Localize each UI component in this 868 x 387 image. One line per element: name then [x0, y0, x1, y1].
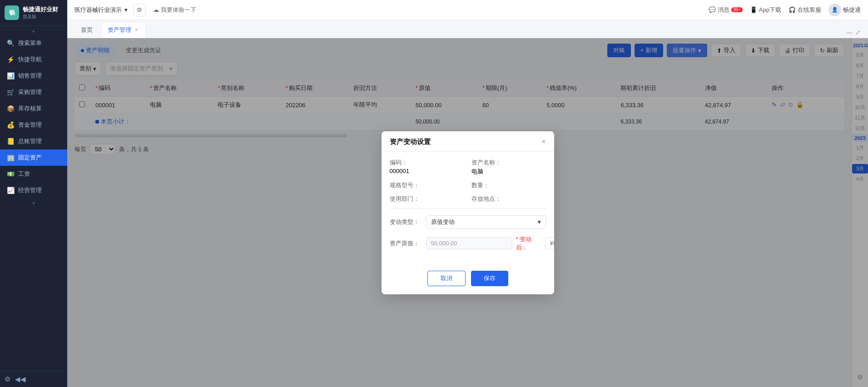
modal-field-dept: 使用部门： — [390, 195, 464, 203]
notification-badge: 99+ — [731, 7, 743, 12]
settings-gear-icon[interactable]: ⚙ — [5, 375, 10, 383]
modal-after-label: * 变动后： — [516, 235, 541, 252]
change-type-value: 原值变动 — [431, 218, 455, 226]
lightning-icon: ⚡ — [6, 56, 15, 63]
sidebar-item-label: 销售管理 — [18, 72, 42, 80]
sidebar-item-ledger[interactable]: 📒 总账管理 — [0, 133, 67, 149]
user-name: 畅捷通 — [843, 6, 861, 14]
money-icon: 💰 — [6, 121, 15, 129]
sidebar: 畅 畅捷通好业财 普及版 ▲ 🔍 搜索菜单 ⚡ 快捷导航 📊 销售管理 🛒 采购… — [0, 0, 67, 387]
sidebar-item-label: 总账管理 — [18, 137, 42, 145]
feedback-button[interactable]: ☁ 我要体验一下 — [153, 6, 196, 14]
modal-asset-name-value: 电脑 — [471, 168, 546, 176]
user-avatar: 👤 — [828, 4, 841, 16]
chart-icon: 📊 — [6, 72, 15, 79]
modal-spec-label: 规格型号： — [390, 181, 464, 189]
building-icon: 🏢 — [6, 154, 15, 161]
modal-form-change-type: 变动类型： 原值变动 ▾ — [390, 215, 546, 229]
content-area: 资产明细 变更生成凭证 对账 + 新增 批量操作 ▾ — [67, 38, 868, 387]
app-title-block: 畅捷通好业财 普及版 — [23, 5, 58, 20]
modal-header: 资产变动设置 × — [382, 131, 554, 151]
settings-button[interactable]: ⚙ — [133, 4, 146, 16]
sidebar-item-payroll[interactable]: 💵 工资 — [0, 166, 67, 182]
company-chevron-icon: ▾ — [124, 6, 128, 13]
topbar-right: 💬 消息 99+ 📱 App下载 🎧 在线客服 👤 畅捷通 — [709, 4, 861, 16]
company-name: 医疗器械行业演示 — [74, 6, 122, 14]
feedback-label: 我要体验一下 — [161, 6, 196, 14]
payroll-icon: 💵 — [6, 170, 15, 178]
sidebar-item-operations[interactable]: 📈 经营管理 — [0, 182, 67, 198]
sidebar-item-label: 快捷导航 — [18, 55, 42, 64]
modal-code-label: 编码： — [390, 159, 464, 167]
sidebar-item-label: 资金管理 — [18, 121, 42, 129]
bell-icon: 💬 — [709, 6, 716, 13]
modal-body: 编码： 000001 资产名称： 电脑 规格型号： 数量： — [382, 151, 554, 265]
change-type-chevron-icon: ▾ — [538, 218, 541, 225]
notification-button[interactable]: 💬 消息 99+ — [709, 6, 743, 14]
sidebar-item-fixed-assets[interactable]: 🏢 固定资产 — [0, 149, 67, 166]
box-icon: 📦 — [6, 105, 15, 112]
modal-info-row-1: 编码： 000001 资产名称： 电脑 — [390, 159, 546, 176]
sidebar-scroll-down[interactable]: ▼ — [0, 198, 67, 208]
app-download-button[interactable]: 📱 App下载 — [750, 6, 781, 14]
sidebar-bottom: ⚙ ◀◀ — [0, 371, 67, 387]
modal-location-label: 存放地点： — [471, 195, 546, 203]
modal-title: 资产变动设置 — [390, 138, 431, 146]
original-value-input[interactable] — [426, 237, 512, 249]
notification-label: 消息 — [718, 6, 729, 14]
modal-footer: 取消 保存 — [382, 265, 554, 294]
gear-icon: ⚙ — [137, 6, 142, 13]
topbar: 医疗器械行业演示 ▾ ⚙ ☁ 我要体验一下 💬 消息 99+ 📱 App下载 🎧… — [67, 0, 868, 20]
tab-asset-management[interactable]: 资产管理 × — [101, 22, 146, 38]
modal-close-icon[interactable]: × — [541, 138, 546, 145]
tab-close-icon[interactable]: × — [134, 27, 139, 33]
sidebar-item-label: 采购管理 — [18, 88, 42, 96]
headset-icon: 🎧 — [789, 6, 796, 13]
modal-info-row-2: 规格型号： 数量： — [390, 181, 546, 189]
cart-icon: 🛒 — [6, 89, 15, 96]
sidebar-item-label: 库存核算 — [18, 104, 42, 113]
tab-home-label: 首页 — [81, 26, 93, 34]
modal-dept-label: 使用部门： — [390, 195, 464, 203]
modal-code-value: 000001 — [390, 168, 464, 174]
modal-original-value-label: 资产原值： — [390, 239, 422, 248]
window-minimize-icon[interactable]: — — [846, 29, 853, 36]
user-profile-button[interactable]: 👤 畅捷通 — [828, 4, 861, 16]
tabbar: 首页 资产管理 × — ⤢ — [67, 20, 868, 38]
modal-asset-name-label: 资产名称： — [471, 159, 546, 167]
modal-field-asset-name: 资产名称： 电脑 — [471, 159, 546, 176]
save-button[interactable]: 保存 — [471, 271, 508, 286]
feedback-icon: ☁ — [153, 6, 159, 13]
modal-field-location: 存放地点： — [471, 195, 546, 203]
sidebar-item-search[interactable]: 🔍 搜索菜单 — [0, 35, 67, 51]
sidebar-scroll-up[interactable]: ▲ — [0, 26, 67, 35]
change-type-select[interactable]: 原值变动 ▾ — [426, 215, 546, 229]
sidebar-item-inventory[interactable]: 📦 库存核算 — [0, 100, 67, 117]
company-selector[interactable]: 医疗器械行业演示 ▾ — [74, 6, 128, 14]
modal-field-spec: 规格型号： — [390, 181, 464, 189]
cancel-button[interactable]: 取消 — [427, 271, 466, 286]
asset-change-modal: 资产变动设置 × 编码： 000001 资产名称： 电脑 — [382, 131, 554, 294]
sidebar-item-quicknav[interactable]: ⚡ 快捷导航 — [0, 51, 67, 68]
modal-change-type-label: 变动类型： — [390, 218, 422, 226]
sidebar-item-label: 固定资产 — [18, 154, 42, 162]
sidebar-item-label: 工资 — [18, 170, 30, 178]
sidebar-item-label: 搜索菜单 — [18, 39, 42, 47]
sidebar-collapse-icon[interactable]: ◀◀ — [15, 375, 26, 383]
sidebar-header: 畅 畅捷通好业财 普及版 — [0, 0, 67, 26]
after-value-input[interactable] — [545, 237, 554, 249]
trending-icon: 📈 — [6, 187, 15, 194]
sidebar-item-purchase[interactable]: 🛒 采购管理 — [0, 84, 67, 100]
download-icon: 📱 — [750, 6, 757, 13]
window-expand-icon[interactable]: ⤢ — [855, 29, 861, 36]
modal-field-code: 编码： 000001 — [390, 159, 464, 176]
main-area: 医疗器械行业演示 ▾ ⚙ ☁ 我要体验一下 💬 消息 99+ 📱 App下载 🎧… — [67, 0, 868, 387]
app-edition: 普及版 — [23, 14, 58, 20]
app-download-label: App下载 — [759, 6, 781, 14]
modal-divider — [390, 208, 546, 209]
sidebar-item-sales[interactable]: 📊 销售管理 — [0, 68, 67, 84]
sidebar-item-funds[interactable]: 💰 资金管理 — [0, 117, 67, 133]
tab-home[interactable]: 首页 — [74, 22, 99, 38]
customer-service-button[interactable]: 🎧 在线客服 — [789, 6, 821, 14]
modal-info-row-3: 使用部门： 存放地点： — [390, 195, 546, 203]
